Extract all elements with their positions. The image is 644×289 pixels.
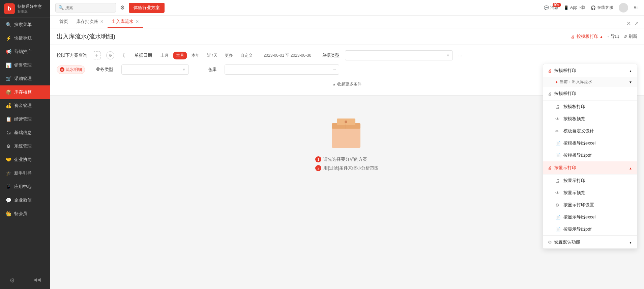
sidebar-item-sales[interactable]: 📊 销售管理: [0, 58, 50, 72]
warehouse-select[interactable]: ···: [225, 64, 339, 75]
item-print-icon: 🖨: [555, 104, 561, 109]
refresh-icon: ↺: [623, 34, 627, 39]
message-btn[interactable]: 💬 消息 99+: [544, 5, 558, 10]
sidebar-item-system[interactable]: ⚙ 系统管理: [0, 139, 50, 153]
biz-type-chevron: ▼: [182, 68, 186, 72]
template-section-header[interactable]: 🖨 按模板打印: [543, 87, 637, 100]
tab-bar: 首页 库存批次账 ✕ 出入库流水 ✕ ✕ ⤢: [50, 16, 644, 28]
default-section-header[interactable]: ⚙ 设置默认功能: [543, 235, 637, 248]
topbar-right: 💬 消息 99+ 📱 App下载 🎧 在线客服 Rit: [544, 3, 639, 12]
dropdown-item-template-excel[interactable]: 📄 按模板导出excel: [543, 137, 637, 149]
gear-icon: ⚙: [5, 143, 11, 149]
date-btn-last-month[interactable]: 上月: [157, 52, 172, 59]
page-title: 出入库流水(流水明细): [57, 32, 115, 41]
dropdown-item-display-excel[interactable]: 📄 按显示导出excel: [543, 211, 637, 223]
doc-type-chevron: ▼: [446, 53, 450, 57]
page-actions: 🖨 按模板打印 ▲ ↑ 导出 ↺ 刷新: [571, 33, 637, 40]
app-download-btn[interactable]: 📱 App下载: [564, 5, 585, 10]
item-edit-icon: ✏: [555, 129, 561, 134]
item-pdf-icon: 📄: [555, 153, 561, 158]
sidebar-item-appstore[interactable]: 📱 应用中心: [0, 180, 50, 193]
export-icon: ↑: [607, 34, 610, 39]
filter-tag-flow[interactable]: ● 流水明细: [57, 65, 85, 74]
dropdown-item-template-customize[interactable]: ✏ 模板自定义设计: [543, 125, 637, 137]
sidebar-item-guide[interactable]: 🎓 新手引导: [0, 166, 50, 180]
dropdown-item-template-print[interactable]: 🖨 按模板打印: [543, 101, 637, 113]
industry-btn[interactable]: 体验行业方案: [129, 3, 165, 13]
filter-setting-btn[interactable]: ⚙: [106, 51, 114, 59]
sidebar-logo: b 畅捷通好生意 标准版: [0, 0, 50, 18]
tab-inventory-batch[interactable]: 库存批次账 ✕: [72, 16, 108, 28]
dropdown-item-template-preview[interactable]: 👁 按模板预览: [543, 113, 637, 125]
guide-icon: 🎓: [5, 170, 11, 176]
sidebar-nav: 🔍 搜索菜单 ⚡ 快捷导航 📢 营销推广 📊 销售管理 🛒 采购管理 📦 库存核…: [0, 18, 50, 272]
sidebar-item-collab[interactable]: 🤝 企业协同: [0, 153, 50, 166]
date-btn-7days[interactable]: 近7天: [204, 52, 221, 59]
sidebar-item-marketing[interactable]: 📢 营销推广: [0, 45, 50, 58]
sidebar-item-search[interactable]: 🔍 搜索菜单: [0, 18, 50, 31]
search-input[interactable]: [65, 5, 106, 10]
empty-icon: [327, 116, 367, 150]
filter-label: 按以下方案查询: [57, 52, 87, 58]
current-indicator-icon: ●: [555, 80, 558, 84]
dropdown-item-display-preview[interactable]: 👁 按显示预览: [543, 187, 637, 199]
crown-icon: 👑: [5, 211, 11, 216]
tab-close-all-icon[interactable]: ✕: [626, 20, 631, 27]
sidebar-item-quicknav[interactable]: ⚡ 快捷导航: [0, 31, 50, 45]
dropdown-current-label: ● 当前：出入库流水: [543, 77, 637, 87]
wechat-icon: 💬: [5, 198, 11, 203]
lightning-icon: ⚡: [5, 35, 11, 41]
dropdown-item-display-print[interactable]: 🖨 按显示打印: [543, 175, 637, 187]
display-section-header[interactable]: 🖨 按显示打印: [543, 161, 637, 174]
username: Rit: [634, 5, 639, 10]
doc-type-more-btn[interactable]: ···: [458, 53, 462, 58]
dropdown-chevron-up: [629, 68, 632, 73]
dropdown-section-template: 🖨 按模板打印 🖨 按模板打印 👁 按模板预览 ✏ 模板自: [543, 87, 637, 161]
tab-inout-flow-close[interactable]: ✕: [136, 19, 139, 24]
topbar-gear-icon[interactable]: ⚙: [120, 4, 125, 11]
tab-home[interactable]: 首页: [55, 16, 72, 28]
svg-point-3: [345, 121, 347, 123]
dropdown-item-template-pdf[interactable]: 📄 按模板导出pdf: [543, 149, 637, 161]
settings-button[interactable]: ⚙: [7, 275, 18, 286]
topbar: 🔍 ⚙ 体验行业方案 💬 消息 99+ 📱 App下载 🎧 在线客服 Rit: [50, 0, 644, 16]
item-display-excel-icon: 📄: [555, 215, 561, 220]
tab-maximize-icon[interactable]: ⤢: [634, 21, 639, 27]
sidebar-item-basic[interactable]: 🗂 基础信息: [0, 126, 50, 139]
export-btn[interactable]: ↑ 导出: [607, 33, 620, 40]
headset-icon: 🎧: [591, 5, 596, 10]
main-area: 🔍 ⚙ 体验行业方案 💬 消息 99+ 📱 App下载 🎧 在线客服 Rit: [50, 0, 644, 289]
sidebar-item-inventory[interactable]: 📦 库存核算: [0, 85, 50, 99]
dropdown-item-display-pdf[interactable]: 📄 按显示导出pdf: [543, 223, 637, 235]
sidebar-item-finance[interactable]: 💰 资金管理: [0, 99, 50, 112]
sidebar-item-operations[interactable]: 📋 经营管理: [0, 112, 50, 126]
collapse-sidebar-button[interactable]: ◀◀: [31, 275, 43, 286]
logo-text: 畅捷通好生意 标准版: [18, 4, 42, 14]
dropdown-item-display-settings[interactable]: ⚙ 按显示打印设置: [543, 199, 637, 211]
sidebar-item-member[interactable]: 👑 畅会员: [0, 207, 50, 220]
search-box[interactable]: 🔍: [55, 3, 116, 12]
filter-add-btn[interactable]: +: [93, 51, 101, 59]
date-label: 单据日期: [135, 52, 152, 58]
chevron-up-icon: ▲: [600, 35, 603, 38]
date-btn-this-month[interactable]: 本月: [173, 52, 187, 59]
tab-inout-flow[interactable]: 出入库流水 ✕: [108, 16, 143, 28]
template-print-btn[interactable]: 🖨 按模板打印 ▲: [571, 33, 603, 40]
date-btn-custom[interactable]: 自定义: [237, 52, 256, 59]
online-service-btn[interactable]: 🎧 在线客服: [591, 5, 613, 10]
folder-icon: 🗂: [5, 130, 11, 135]
empty-step-1: 1 请先选择要分析的方案: [315, 156, 378, 162]
warehouse-more-btn[interactable]: ···: [333, 67, 336, 72]
biz-type-select[interactable]: ▼: [121, 64, 189, 75]
tab-inventory-batch-close[interactable]: ✕: [100, 19, 104, 24]
doc-type-select[interactable]: ▼: [345, 50, 453, 60]
sidebar-item-wechat[interactable]: 💬 企业微信: [0, 193, 50, 207]
filter-collapse-arrow[interactable]: 《: [120, 52, 125, 59]
cart-icon: 🛒: [5, 76, 11, 81]
dropdown-section-display: 🖨 按显示打印 🖨 按显示打印 👁 按显示预览 ⚙: [543, 161, 637, 235]
item-display-print-icon: 🖨: [555, 178, 561, 183]
refresh-btn[interactable]: ↺ 刷新: [623, 33, 637, 40]
date-btn-this-year[interactable]: 本年: [188, 52, 203, 59]
date-btn-more[interactable]: 更多: [222, 52, 236, 59]
sidebar-item-purchase[interactable]: 🛒 采购管理: [0, 72, 50, 85]
